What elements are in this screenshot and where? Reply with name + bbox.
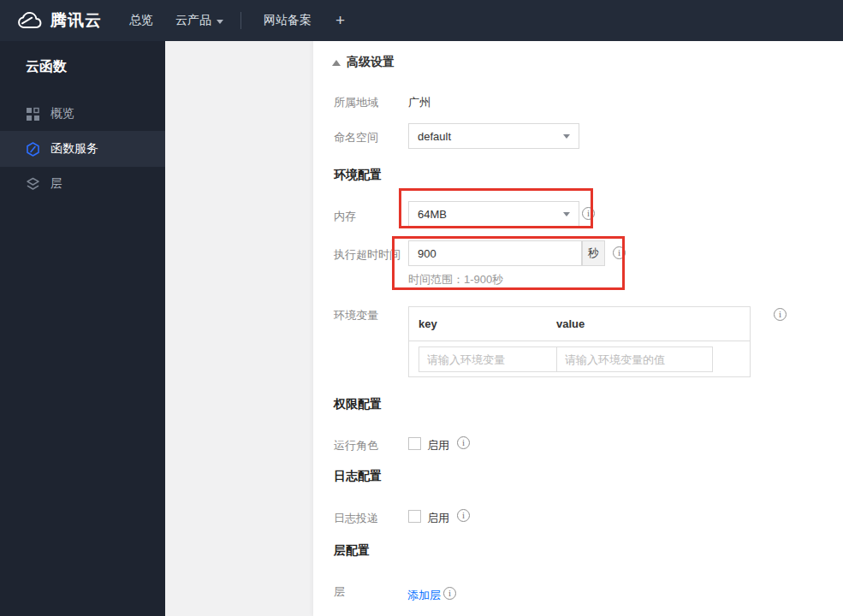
layers-icon <box>26 177 40 192</box>
memory-select[interactable]: 64MB <box>408 201 579 227</box>
sidebar-item-layers[interactable]: 层 <box>0 167 165 201</box>
section-permission-config: 权限配置 <box>334 397 382 412</box>
sidebar-item-function-service[interactable]: 函数服务 <box>0 131 165 167</box>
layer-label: 层 <box>334 584 345 600</box>
memory-label: 内存 <box>334 209 356 224</box>
section-layer-config: 层配置 <box>334 543 370 559</box>
secondary-panel <box>165 41 313 616</box>
region-value: 广州 <box>408 95 430 110</box>
advanced-settings-toggle[interactable]: 高级设置 <box>332 55 395 70</box>
timeout-input-group: 秒 <box>408 240 605 266</box>
chevron-down-icon <box>563 212 570 216</box>
role-enable-checkbox[interactable] <box>408 437 421 450</box>
advanced-settings-label: 高级设置 <box>347 55 395 70</box>
memory-selected-value: 64MB <box>418 208 447 221</box>
role-label: 运行角色 <box>334 438 378 453</box>
nav-item-website-beian[interactable]: 网站备案 <box>264 13 312 28</box>
nav-divider <box>240 12 241 29</box>
env-vars-info-icon[interactable]: i <box>774 308 787 321</box>
env-vars-input-row <box>409 341 750 376</box>
scf-hexagon-icon <box>26 142 40 157</box>
main-content: 高级设置 所属地域 广州 命名空间 default 环境配置 内存 64MB i… <box>313 41 843 616</box>
chevron-down-icon <box>217 20 223 24</box>
log-delivery-enable-checkbox[interactable] <box>408 510 421 523</box>
nav-item-cloud-products[interactable]: 云产品 <box>175 13 223 28</box>
nav-add-tab-button[interactable]: + <box>335 11 345 30</box>
sidebar-title: 云函数 <box>0 41 165 76</box>
sidebar-item-label: 层 <box>50 176 62 192</box>
section-log-config: 日志配置 <box>334 469 382 484</box>
timeout-info-icon[interactable]: i <box>613 246 626 259</box>
nav-item-overview[interactable]: 总览 <box>129 13 153 28</box>
nav-item-label: 云产品 <box>175 13 211 28</box>
env-vars-key-header: key <box>409 317 556 330</box>
add-layer-link[interactable]: 添加层 <box>407 588 441 603</box>
env-vars-header-row: key value <box>409 307 750 341</box>
tencent-cloud-brand[interactable]: 腾讯云 <box>0 9 102 32</box>
timeout-input[interactable] <box>408 240 582 266</box>
collapse-triangle-icon <box>332 60 341 66</box>
section-env-config: 环境配置 <box>334 168 382 183</box>
role-info-icon[interactable]: i <box>457 436 470 449</box>
timeout-unit-button[interactable]: 秒 <box>582 240 605 266</box>
env-vars-value-header: value <box>556 317 585 330</box>
log-delivery-info-icon[interactable]: i <box>457 509 470 522</box>
namespace-selected-value: default <box>418 130 451 143</box>
namespace-label: 命名空间 <box>334 130 378 145</box>
grid-icon <box>26 107 40 121</box>
timeout-label: 执行超时时间 <box>334 247 401 263</box>
region-label: 所属地域 <box>334 95 378 110</box>
add-layer-info-icon[interactable]: i <box>443 587 456 600</box>
chevron-down-icon <box>563 134 570 139</box>
env-vars-label: 环境变量 <box>334 308 378 323</box>
top-nav-bar: 腾讯云 总览 云产品 网站备案 + <box>0 0 843 41</box>
timeout-range-hint: 时间范围：1-900秒 <box>408 272 503 287</box>
sidebar-item-overview[interactable]: 概览 <box>0 97 165 131</box>
sidebar-item-label: 概览 <box>50 106 74 121</box>
role-enable-label: 启用 <box>427 438 449 453</box>
log-delivery-enable-label: 启用 <box>427 511 449 526</box>
sidebar-menu: 概览 函数服务 层 <box>0 97 165 201</box>
env-vars-table: key value <box>408 306 751 377</box>
sidebar: 云函数 概览 函数服务 层 <box>0 41 165 616</box>
log-delivery-label: 日志投递 <box>334 511 378 526</box>
env-var-key-input[interactable] <box>419 346 557 372</box>
namespace-select[interactable]: default <box>408 123 579 149</box>
sidebar-item-label: 函数服务 <box>50 141 98 157</box>
brand-name: 腾讯云 <box>50 9 102 32</box>
env-var-value-input[interactable] <box>556 346 713 372</box>
tencent-cloud-logo-icon <box>15 10 43 31</box>
memory-info-icon[interactable]: i <box>582 207 595 220</box>
